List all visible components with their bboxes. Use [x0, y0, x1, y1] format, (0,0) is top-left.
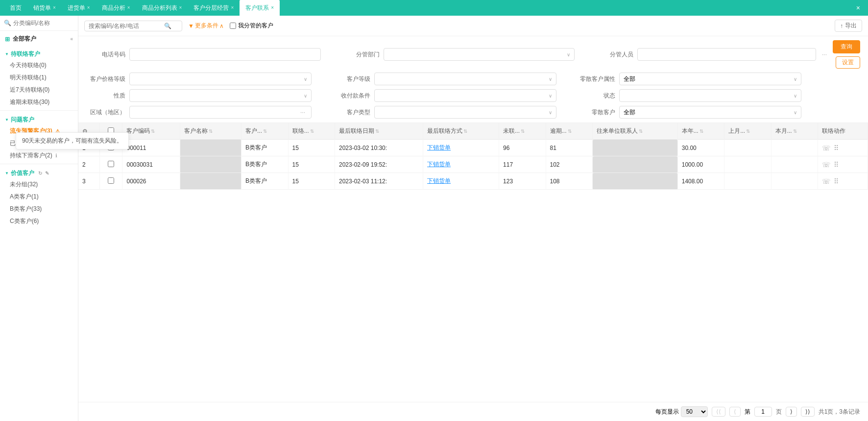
adv-field-retail-prop: 零散客户属性 全部 ∨ [576, 73, 801, 85]
type-sort-icon[interactable]: ⇅ [263, 128, 267, 134]
th-type: 客户... ⇅ [241, 123, 288, 140]
export-button[interactable]: ↑ 导出 [835, 20, 862, 32]
code-sort-icon[interactable]: ⇅ [151, 128, 155, 134]
uncontacted-sort-icon[interactable]: ⇅ [521, 128, 525, 134]
nav-customer-tier[interactable]: 客户分层经营 × [188, 0, 240, 16]
th-name: 客户名称 ⇅ [180, 123, 241, 140]
sidebar-item-class-c[interactable]: C类客户(6) [0, 215, 78, 227]
sidebar-search-input[interactable] [13, 20, 78, 26]
customer-type-select[interactable]: ∨ [374, 106, 556, 119]
contact-sort-icon[interactable]: ⇅ [310, 128, 314, 134]
price-tier-label: 客户价格等级 [86, 75, 125, 83]
row-method-link[interactable]: 下销货单 [427, 177, 451, 184]
close-customer-contact-icon[interactable]: × [271, 0, 274, 16]
sidebar-item-today[interactable]: 今天待联络(0) [0, 59, 78, 72]
nav-home[interactable]: 首页 [4, 0, 27, 16]
retail-prop-select[interactable]: 全部 ∨ [619, 73, 801, 85]
row-more-icon[interactable]: ⠿ [834, 177, 839, 185]
refresh-icon[interactable]: ↻ [38, 171, 42, 176]
sidebar-item-overdue[interactable]: 逾期未联络(30) [0, 96, 78, 108]
row-more-icon[interactable]: ⠿ [834, 144, 839, 152]
nav-product-analysis[interactable]: 商品分析 × [96, 0, 136, 16]
per-page-select[interactable]: 50 20 100 [681, 406, 708, 417]
content-area: 🔍 ▼ 更多条件 ∧ 我分管的客户 ↑ 导出 电话号码 [78, 16, 868, 421]
sidebar-group-problem[interactable]: ▼ 问题客户 [0, 113, 78, 125]
last-month-sort-icon[interactable]: ⇅ [746, 128, 750, 134]
close-product-list-icon[interactable]: × [179, 0, 182, 16]
last-page-button[interactable]: ⟩⟩ [801, 407, 815, 417]
sidebar-all-customers[interactable]: ⊞ 全部客户 « [0, 31, 78, 47]
manager-label: 分管人员 [594, 50, 633, 59]
close-purchase-icon[interactable]: × [87, 0, 90, 16]
first-page-button[interactable]: ⟨⟨ [712, 407, 725, 417]
nav-purchase[interactable]: 进货单 × [62, 0, 96, 16]
query-button[interactable]: 查询 [833, 40, 860, 53]
sidebar-item-class-b[interactable]: B类客户(33) [0, 203, 78, 215]
name-sort-icon[interactable]: ⇅ [209, 128, 213, 134]
nav-product-list[interactable]: 商品分析列表 × [136, 0, 188, 16]
row-checkbox[interactable] [108, 177, 114, 184]
per-page-selector: 每页显示 50 20 100 [655, 406, 708, 417]
row-name [180, 156, 241, 173]
this-year-sort-icon[interactable]: ⇅ [699, 128, 703, 134]
row-checkbox[interactable] [108, 161, 114, 167]
status-select[interactable]: ∨ [619, 89, 801, 102]
row-contact-icon[interactable]: ☏ [822, 161, 831, 169]
retail-select[interactable]: 全部 ∨ [619, 106, 801, 119]
nav-customer-contact[interactable]: 客户联系 × [240, 0, 280, 16]
close-sales-icon[interactable]: × [53, 0, 56, 16]
prev-page-button[interactable]: ⟨ [729, 407, 741, 417]
sidebar-item-declining[interactable]: 持续下滑客户(2) ℹ [0, 149, 78, 162]
settings-button[interactable]: 设置 [836, 56, 860, 69]
search-input[interactable] [89, 23, 162, 29]
data-table: ⚙ 客户编码 ⇅ 客户名称 [78, 123, 868, 190]
search-button-icon[interactable]: 🔍 [164, 23, 171, 29]
sidebar-item-tomorrow[interactable]: 明天待联络(1) [0, 72, 78, 84]
my-customers-checkbox[interactable]: 我分管的客户 [230, 22, 273, 30]
last-method-sort-icon[interactable]: ⇅ [463, 128, 467, 134]
close-product-analysis-icon[interactable]: × [127, 0, 130, 16]
nature-select[interactable]: ∨ [129, 89, 312, 102]
contact-person-sort-icon[interactable]: ⇅ [639, 128, 643, 134]
this-month-sort-icon[interactable]: ⇅ [793, 128, 797, 134]
more-conditions-button[interactable]: ▼ 更多条件 ∧ [188, 22, 224, 30]
row-method-link[interactable]: 下销货单 [427, 144, 451, 151]
edit-icon[interactable]: ✎ [45, 171, 49, 176]
row-uncontacted: 96 [499, 140, 546, 156]
pagination-bar: 每页显示 50 20 100 ⟨⟨ ⟨ 第 页 ⟩ ⟩⟩ 共1页，3条记录 [78, 402, 868, 421]
last-date-sort-icon[interactable]: ⇅ [375, 128, 379, 134]
row-contact-icon[interactable]: ☏ [822, 177, 831, 185]
th-last-method: 最后联络方式 ⇅ [423, 123, 499, 140]
overdue-sort-icon[interactable]: ⇅ [568, 128, 572, 134]
sidebar-item-ungrouped[interactable]: 未分组(32) [0, 178, 78, 191]
page-number-input[interactable] [754, 407, 772, 417]
sidebar-group-pending[interactable]: ▼ 待联络客户 [0, 47, 78, 59]
close-customer-tier-icon[interactable]: × [231, 0, 234, 16]
nav-sales[interactable]: 销货单 × [27, 0, 62, 16]
manager-dots[interactable]: ··· [822, 51, 827, 58]
row-method-link[interactable]: 下销货单 [427, 161, 451, 168]
row-last-month [724, 173, 771, 190]
region-select[interactable]: ··· [129, 106, 312, 119]
sidebar-search-bar: 🔍 [0, 16, 78, 31]
th-this-month: 本月... ⇅ [771, 123, 818, 140]
collapse-icon[interactable]: « [70, 36, 73, 42]
triangle-icon: ▼ [5, 52, 9, 56]
adv-field-nature: 性质 ∨ [86, 89, 312, 102]
my-customers-checkbox-input[interactable] [230, 23, 236, 29]
sidebar-item-class-a[interactable]: A类客户(1) [0, 191, 78, 203]
sidebar-group-value[interactable]: ▼ 价值客户 ↻ ✎ [0, 166, 78, 178]
region-dots[interactable]: ··· [300, 109, 305, 116]
dept-select[interactable]: ∨ [384, 48, 575, 61]
phone-input[interactable] [129, 48, 321, 61]
payment-select[interactable]: ∨ [374, 89, 556, 102]
price-tier-select[interactable]: ∨ [129, 73, 312, 85]
row-contact-icon[interactable]: ☏ [822, 144, 831, 152]
customer-tier-select[interactable]: ∨ [374, 73, 556, 85]
row-more-icon[interactable]: ⠿ [834, 161, 839, 169]
row-last-month [724, 140, 771, 156]
close-all-button[interactable]: × [852, 4, 864, 12]
manager-select[interactable] [637, 48, 816, 61]
sidebar-item-7days[interactable]: 近7天待联络(0) [0, 84, 78, 96]
next-page-button[interactable]: ⟩ [786, 407, 797, 417]
